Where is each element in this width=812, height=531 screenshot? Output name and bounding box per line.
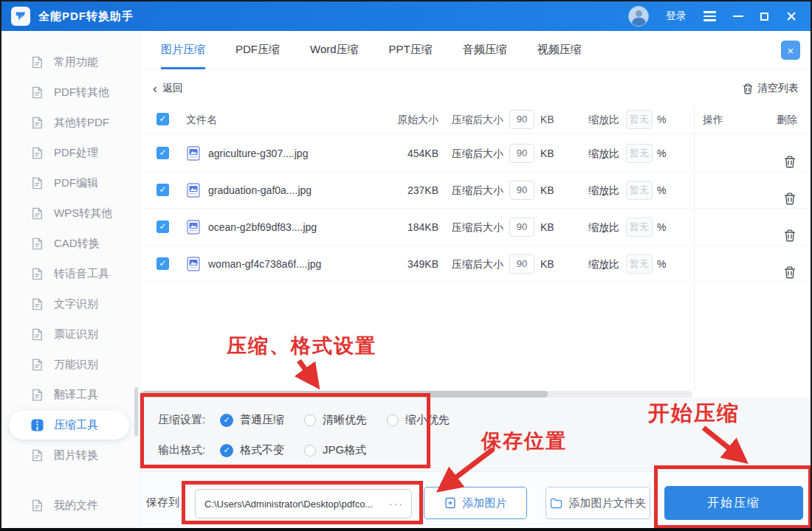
trash-icon [784, 192, 796, 205]
compressed-size-label: 压缩后大小 [452, 172, 503, 209]
panel-close-button[interactable]: × [781, 41, 800, 60]
tab-video-compress[interactable]: 视频压缩 [537, 31, 582, 69]
file-size: 184KB [362, 209, 438, 246]
add-image-button[interactable]: 添加图片 [424, 487, 527, 519]
compressed-size-label: 压缩后大小 [452, 135, 503, 172]
menu-icon[interactable] [703, 11, 716, 21]
tab-ppt-compress[interactable]: PPT压缩 [389, 31, 433, 69]
compressed-unit: KB [540, 209, 554, 246]
add-image-folder-button[interactable]: 添加图片文件夹 [546, 487, 650, 519]
select-all-checkbox[interactable]: ✓ [156, 113, 169, 125]
compressed-size-input[interactable]: 90 [509, 144, 534, 163]
chevron-left-icon: ‹ [153, 83, 157, 94]
col-compressed-size: 压缩后大小 [452, 105, 503, 134]
row-checkbox[interactable]: ✓ [156, 184, 169, 196]
start-compress-button[interactable]: 开始压缩 [664, 486, 803, 520]
file-list: ✓ agriculture-g307....jpg 454KB 压缩后大小 90… [140, 135, 811, 282]
compressed-size-input[interactable]: 90 [509, 181, 534, 200]
sidebar-item-my-files[interactable]: 我的文件 [1, 490, 140, 521]
compressed-size-input[interactable]: 90 [509, 110, 534, 129]
sidebar-item-cad-convert[interactable]: CAD转换 [1, 229, 140, 259]
other-to-pdf-icon [30, 116, 44, 131]
login-link[interactable]: 登录 [666, 10, 687, 23]
pdf-process-icon [30, 146, 44, 161]
ratio-unit: % [657, 246, 666, 282]
maximize-button[interactable] [760, 13, 768, 21]
radio-icon [304, 414, 316, 426]
radio-selected-icon: ✓ [220, 414, 233, 427]
sidebar-item-pdf-to-other[interactable]: PDF转其他 [1, 77, 140, 108]
radio-icon [387, 414, 399, 426]
file-name: woman-gf4c738a6f....jpg [208, 246, 321, 282]
file-size: 237KB [362, 172, 438, 209]
clear-list-button[interactable]: 清空列表 [743, 82, 799, 95]
compressed-size-label: 压缩后大小 [452, 246, 503, 282]
format-option-1[interactable]: ✓ 格式不变 [220, 443, 284, 457]
to-speech-icon [30, 267, 44, 282]
minimize-button[interactable] [733, 15, 743, 17]
ratio-input[interactable]: 暂无 [626, 110, 653, 129]
save-path-value: C:\Users\Administrator\Desktop\pdfco... [204, 499, 385, 510]
ratio-unit: % [657, 105, 666, 134]
col-ratio: 缩放比 [588, 105, 619, 134]
sidebar-item-other-to-pdf[interactable]: 其他转PDF [1, 108, 140, 138]
app-logo-icon [11, 7, 30, 26]
sidebar-item-text-recognition[interactable]: 文字识别 [1, 289, 140, 319]
image-file-icon [186, 146, 201, 161]
horizontal-scrollbar-thumb[interactable] [142, 391, 548, 398]
sidebar-item-wps-to-other[interactable]: WPS转其他 [1, 198, 140, 229]
ratio-label: 缩放比 [588, 172, 619, 209]
save-path-input[interactable]: C:\Users\Administrator\Desktop\pdfco... … [195, 489, 412, 518]
ratio-input[interactable]: 暂无 [626, 254, 653, 274]
file-name: ocean-g2bf69df83....jpg [208, 209, 317, 246]
sidebar: 常用功能 PDF转其他 其他转PDF PDF处理 PDF编辑 WPS转其他 CA… [1, 31, 140, 528]
translate-icon [30, 388, 44, 403]
tab-image-compress[interactable]: 图片压缩 [161, 31, 205, 69]
browse-button[interactable]: ··· [389, 498, 404, 510]
close-button[interactable]: ✕ [785, 10, 797, 24]
sidebar-item-universal-recognition[interactable]: 万能识别 [1, 350, 140, 380]
sidebar-item-pdf-process[interactable]: PDF处理 [1, 138, 140, 168]
ratio-input[interactable]: 暂无 [626, 218, 653, 237]
tab-audio-compress[interactable]: 音频压缩 [463, 31, 507, 69]
sidebar-item-to-speech-tools[interactable]: 转语音工具 [1, 259, 140, 289]
tab-word-compress[interactable]: Word压缩 [310, 31, 359, 69]
common-functions-icon [30, 55, 44, 70]
radio-icon [304, 445, 316, 457]
sidebar-item-image-convert[interactable]: 图片转换 [1, 440, 140, 471]
table-row: ✓ woman-gf4c738a6f....jpg 349KB 压缩后大小 90… [140, 246, 811, 282]
sidebar-item-pdf-edit[interactable]: PDF编辑 [1, 168, 140, 198]
compressed-size-input[interactable]: 90 [509, 254, 534, 274]
radio-selected-icon: ✓ [220, 444, 233, 457]
trash-icon [784, 229, 796, 242]
trash-icon [743, 83, 753, 94]
sidebar-menu: 常用功能 PDF转其他 其他转PDF PDF处理 PDF编辑 WPS转其他 CA… [1, 47, 140, 521]
file-size: 349KB [362, 246, 438, 282]
user-avatar[interactable] [628, 6, 649, 27]
row-checkbox[interactable]: ✓ [156, 147, 169, 159]
sidebar-item-translate-tools[interactable]: 翻译工具 [1, 380, 140, 410]
sidebar-scrollbar[interactable] [134, 387, 138, 436]
tab-pdf-compress[interactable]: PDF压缩 [235, 31, 280, 69]
back-button[interactable]: ‹ 返回 [153, 82, 183, 95]
sidebar-item-common-functions[interactable]: 常用功能 [1, 47, 140, 77]
compress-option-1[interactable]: ✓ 普通压缩 [220, 413, 284, 427]
compress-option-2[interactable]: 清晰优先 [304, 413, 367, 427]
row-checkbox[interactable]: ✓ [156, 221, 169, 233]
my-files-icon [30, 499, 44, 513]
compress-option-3[interactable]: 缩小优先 [387, 413, 450, 427]
file-name: agriculture-g307....jpg [208, 135, 308, 172]
compressed-size-label: 压缩后大小 [452, 209, 503, 246]
app-window: 全能PDF转换助手 登录 ✕ 常用功能 PDF转其他 其他转PDF PDF处理 … [0, 0, 812, 531]
row-delete-button[interactable] [784, 257, 796, 294]
format-option-2[interactable]: JPG格式 [304, 443, 366, 457]
ratio-input[interactable]: 暂无 [626, 144, 653, 163]
table-row: ✓ graduation-gaf0a....jpg 237KB 压缩后大小 90… [140, 172, 811, 209]
sidebar-item-compress-tools[interactable]: 压缩工具 [1, 410, 140, 440]
compressed-unit: KB [540, 135, 554, 172]
sidebar-item-ticket-recognition[interactable]: 票证识别 [1, 319, 140, 350]
ratio-unit: % [657, 209, 666, 246]
ratio-input[interactable]: 暂无 [626, 181, 653, 200]
row-checkbox[interactable]: ✓ [156, 257, 169, 270]
compressed-size-input[interactable]: 90 [509, 218, 534, 237]
